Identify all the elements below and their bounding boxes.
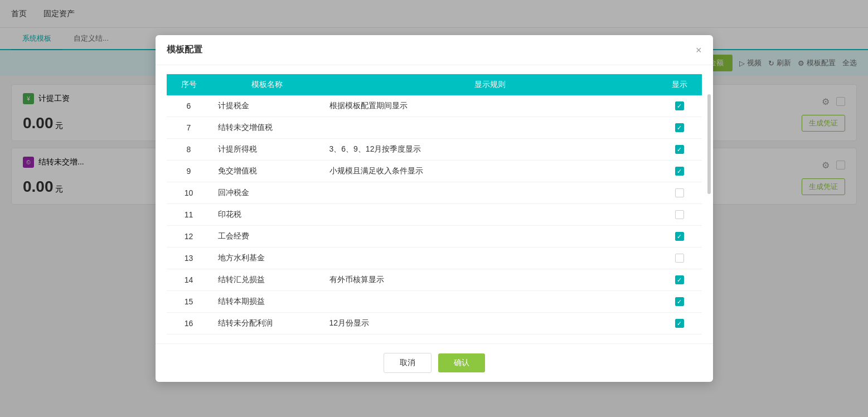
cell-seq: 15 [167, 291, 211, 313]
checkbox-14[interactable] [675, 275, 684, 284]
checkbox-7[interactable] [675, 123, 684, 132]
cell-checkbox [657, 313, 702, 334]
cell-checkbox [657, 248, 702, 269]
table-header: 序号 模板名称 显示规则 显示 [167, 74, 702, 95]
config-table: 序号 模板名称 显示规则 显示 6计提税金根据模板配置期间显示7结转未交增值税8… [167, 74, 702, 334]
cell-seq: 14 [167, 269, 211, 291]
cell-checkbox [657, 204, 702, 226]
table-row: 6计提税金根据模板配置期间显示 [167, 95, 702, 117]
cell-checkbox [657, 182, 702, 204]
cell-rule: 根据模板配置期间显示 [323, 95, 657, 117]
checkbox-6[interactable] [675, 101, 684, 110]
cell-rule: 小规模且满足收入条件显示 [323, 161, 657, 182]
cell-checkbox [657, 226, 702, 248]
col-header-display: 显示 [657, 74, 702, 95]
cell-seq: 7 [167, 117, 211, 139]
cell-seq: 12 [167, 226, 211, 248]
cell-checkbox [657, 269, 702, 291]
modal-overlay: 模板配置 × 序号 模板名称 显示规则 显示 6计提税金根据模板配置期间显示7结… [0, 0, 868, 417]
cell-seq: 6 [167, 95, 211, 117]
checkbox-12[interactable] [675, 232, 684, 241]
checkbox-13[interactable] [675, 254, 684, 263]
cell-seq: 16 [167, 313, 211, 334]
cell-name: 计提税金 [211, 95, 323, 117]
col-header-rule: 显示规则 [323, 74, 657, 95]
modal-body: 序号 模板名称 显示规则 显示 6计提税金根据模板配置期间显示7结转未交增值税8… [156, 65, 713, 343]
checkbox-15[interactable] [675, 297, 684, 306]
table-row: 16结转未分配利润12月份显示 [167, 313, 702, 334]
cell-rule [323, 117, 657, 139]
cell-name: 结转汇兑损益 [211, 269, 323, 291]
table-row: 8计提所得税3、6、9、12月按季度显示 [167, 139, 702, 161]
cell-name: 免交增值税 [211, 161, 323, 182]
table-row: 9免交增值税小规模且满足收入条件显示 [167, 161, 702, 182]
cell-name: 结转本期损益 [211, 291, 323, 313]
cell-checkbox [657, 95, 702, 117]
cell-name: 结转未分配利润 [211, 313, 323, 334]
cell-rule [323, 182, 657, 204]
modal-close-button[interactable]: × [696, 45, 702, 55]
modal-footer: 取消 确认 [156, 343, 713, 382]
modal-header: 模板配置 × [156, 35, 713, 65]
confirm-button[interactable]: 确认 [438, 353, 485, 372]
checkbox-8[interactable] [675, 145, 684, 154]
cell-name: 工会经费 [211, 226, 323, 248]
cancel-button[interactable]: 取消 [384, 353, 431, 373]
cell-name: 地方水利基金 [211, 248, 323, 269]
cell-rule [323, 291, 657, 313]
cell-checkbox [657, 117, 702, 139]
col-header-seq: 序号 [167, 74, 211, 95]
table-body: 6计提税金根据模板配置期间显示7结转未交增值税8计提所得税3、6、9、12月按季… [167, 95, 702, 334]
cell-seq: 11 [167, 204, 211, 226]
table-row: 11印花税 [167, 204, 702, 226]
cell-seq: 13 [167, 248, 211, 269]
modal-title: 模板配置 [167, 44, 202, 56]
scrollbar-track [707, 93, 711, 343]
template-config-modal: 模板配置 × 序号 模板名称 显示规则 显示 6计提税金根据模板配置期间显示7结… [156, 35, 713, 382]
checkbox-11[interactable] [675, 210, 684, 219]
cell-seq: 9 [167, 161, 211, 182]
cell-name: 印花税 [211, 204, 323, 226]
cell-rule [323, 204, 657, 226]
col-header-name: 模板名称 [211, 74, 323, 95]
cell-rule: 有外币核算显示 [323, 269, 657, 291]
cell-rule: 3、6、9、12月按季度显示 [323, 139, 657, 161]
table-row: 13地方水利基金 [167, 248, 702, 269]
cell-checkbox [657, 161, 702, 182]
cell-name: 计提所得税 [211, 139, 323, 161]
table-row: 10回冲税金 [167, 182, 702, 204]
table-row: 15结转本期损益 [167, 291, 702, 313]
cell-rule [323, 226, 657, 248]
cell-rule: 12月份显示 [323, 313, 657, 334]
checkbox-10[interactable] [675, 188, 684, 197]
cell-checkbox [657, 291, 702, 313]
table-row: 7结转未交增值税 [167, 117, 702, 139]
cell-checkbox [657, 139, 702, 161]
cell-seq: 10 [167, 182, 211, 204]
checkbox-16[interactable] [675, 319, 684, 328]
cell-name: 结转未交增值税 [211, 117, 323, 139]
cell-name: 回冲税金 [211, 182, 323, 204]
cell-seq: 8 [167, 139, 211, 161]
scrollbar-thumb [707, 94, 711, 195]
table-row: 14结转汇兑损益有外币核算显示 [167, 269, 702, 291]
checkbox-9[interactable] [675, 167, 684, 176]
table-row: 12工会经费 [167, 226, 702, 248]
cell-rule [323, 248, 657, 269]
